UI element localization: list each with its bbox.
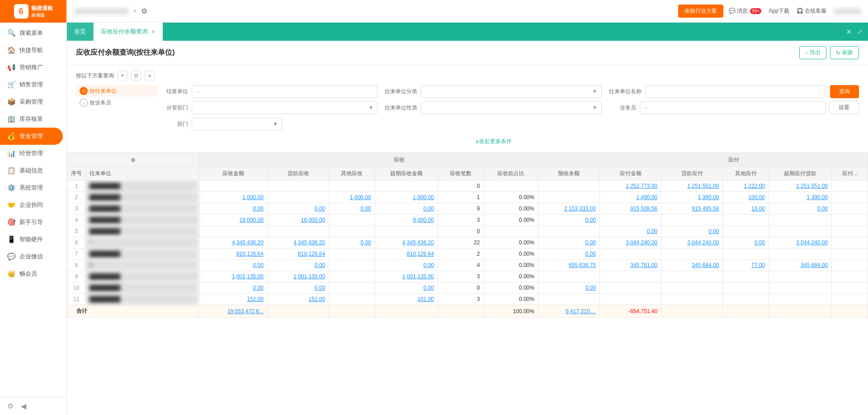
- logo-icon: 6: [14, 4, 28, 19]
- system-icon: ⚙️: [7, 184, 16, 192]
- th-group-no: ⚙: [67, 153, 199, 167]
- refresh-button[interactable]: ↻ 刷新: [830, 46, 859, 59]
- sidebar-item-nav[interactable]: 🏠 快捷导航: [0, 42, 66, 59]
- filter-body: ⊙ 按往来单位 ○ 按业务员 结算单位 ···: [76, 85, 859, 147]
- app-download-link[interactable]: App下载: [769, 7, 789, 15]
- field-dept-input[interactable]: ▼: [192, 101, 377, 114]
- scheme-by-unit[interactable]: ⊙ 按往来单位: [76, 85, 157, 97]
- footer-ap-other: [723, 305, 769, 318]
- sidebar-item-search[interactable]: 🔍 搜索菜单: [0, 24, 66, 42]
- footer-ar-other: [329, 305, 375, 318]
- table-row: 8P0.000.000.0040.00%655,636.75345,761.00…: [67, 260, 868, 271]
- setting-button[interactable]: 设置: [829, 101, 859, 114]
- filter-add-button[interactable]: +: [118, 71, 127, 81]
- footer-ar-prepay[interactable]: 6,417,215....: [538, 305, 599, 318]
- th-ar-other: 其他应收: [329, 167, 375, 181]
- field-dept: 分管部门 ▼: [161, 101, 377, 114]
- field-salesman-label: 业务员: [609, 104, 636, 112]
- field-department-label: 部门: [161, 120, 188, 128]
- message-icon[interactable]: 💬 消息 99+: [729, 7, 762, 15]
- breadcrumb-company: [74, 8, 128, 14]
- refresh-icon: ↻: [836, 50, 840, 56]
- table-footer-row: 合计 19,553,472,6... 100.00% 6,417,215....…: [67, 305, 868, 318]
- filter-area: 按以下方案查询 + ⊙ « ⊙ 按往来单位 ○ 按业务员: [67, 65, 868, 153]
- field-jiesuan: 结算单位 ···: [161, 85, 377, 98]
- footer-ar-amount[interactable]: 19,553,472,6...: [199, 305, 268, 318]
- th-ar-count: 应收笔数: [438, 167, 484, 181]
- sidebar-item-label: 智能硬件: [19, 235, 43, 243]
- filter-collapse-button[interactable]: «: [145, 71, 155, 81]
- sidebar-item-guide[interactable]: 🎯 新手引导: [0, 214, 66, 231]
- app-edition: 标准版: [31, 12, 53, 19]
- collapse-row[interactable]: ∧ 收起更多条件: [161, 136, 826, 147]
- field-jiesuan-label: 结算单位: [161, 88, 188, 95]
- gear-header-icon[interactable]: ⚙: [131, 157, 136, 163]
- sidebar: 6 畅捷通账 标准版 🔍 搜索菜单 🏠 快捷导航 📢 营销推广 🛒 销售管理 📦…: [0, 0, 67, 415]
- tab-bar: 首页 应收应付余额查询 × ✕ ⤢: [67, 23, 868, 41]
- user-avatar[interactable]: [834, 8, 861, 14]
- sidebar-item-hardware[interactable]: 📱 智能硬件: [0, 231, 66, 248]
- dept-dropdown-icon: ▼: [368, 105, 373, 111]
- filter-label: 按以下方案查询: [76, 72, 114, 80]
- tab-home[interactable]: 首页: [67, 23, 94, 41]
- gear-button[interactable]: ⚙: [141, 7, 147, 15]
- footer-ap-amount: -654,751.40: [600, 305, 661, 318]
- table-row: 10████████0.000.000.0000.00%0.00: [67, 282, 868, 294]
- sidebar-item-label: 库存核算: [19, 115, 43, 123]
- solution-button[interactable]: 体验行业方案: [678, 5, 723, 18]
- field-wanglai-name-input[interactable]: [645, 85, 826, 98]
- scheme-by-salesman[interactable]: ○ 按业务员: [76, 97, 157, 109]
- field-department-input[interactable]: ▼: [192, 118, 282, 130]
- export-button[interactable]: ↑ 导出: [799, 46, 826, 59]
- tab-query[interactable]: 应收应付余额查询 ×: [94, 23, 163, 41]
- footer-ar-ratio: 100.00%: [484, 305, 538, 318]
- sidebar-item-inventory[interactable]: 🏢 库存核算: [0, 110, 66, 128]
- tab-right-actions: ✕ ⤢: [840, 23, 868, 41]
- field-jiesuan-input[interactable]: ···: [192, 85, 377, 98]
- field-salesman: 业务员 ···: [609, 101, 826, 114]
- sidebar-item-label: 资金管理: [19, 132, 43, 140]
- sidebar-item-label: 系统管理: [19, 184, 43, 192]
- table-row: 4████████18,000.0018,000.009,000.0030.00…: [67, 215, 868, 226]
- sidebar-item-finance[interactable]: 💰 资金管理: [0, 128, 63, 145]
- query-button[interactable]: 查询: [830, 85, 859, 98]
- online-service-link[interactable]: 🎧 在线客服: [797, 7, 826, 15]
- sidebar-item-marketing[interactable]: 📢 营销推广: [0, 59, 66, 76]
- collapse-icon[interactable]: ◀: [21, 402, 26, 410]
- hardware-icon: 📱: [7, 235, 16, 243]
- sidebar-item-purchase[interactable]: 📦 采购管理: [0, 93, 66, 110]
- th-ar-amount: 应收金额: [199, 167, 268, 181]
- th-ap-overdue: 超期应付贷款: [769, 167, 832, 181]
- th-ap-loan: 贷款应付: [661, 167, 723, 181]
- sidebar-item-label: 销售管理: [19, 81, 43, 89]
- settings-icon[interactable]: ⚙: [7, 402, 14, 410]
- tab-close-icon[interactable]: ×: [151, 28, 155, 35]
- sidebar-item-sales[interactable]: 🛒 销售管理: [0, 76, 66, 93]
- tab-close-button[interactable]: ✕: [846, 28, 852, 36]
- sidebar-item-management[interactable]: 📊 经营管理: [0, 145, 66, 162]
- th-group-ar: 应收: [199, 153, 600, 167]
- filter-settings-button[interactable]: ⊙: [131, 71, 141, 81]
- table-row: 1████████01,252,773.001,251,551.001,222.…: [67, 181, 868, 192]
- field-nature-input[interactable]: ▼: [421, 101, 601, 114]
- sidebar-item-basic[interactable]: 📋 基础信息: [0, 162, 66, 179]
- sidebar-item-system[interactable]: ⚙️ 系统管理: [0, 179, 66, 196]
- purchase-icon: 📦: [7, 98, 16, 106]
- field-salesman-input[interactable]: ···: [640, 101, 826, 114]
- filter-fields: 结算单位 ··· 往来单位分类 ▼: [161, 85, 826, 147]
- collapse-icon: ∧: [475, 138, 479, 145]
- export-icon: ↑: [805, 50, 808, 56]
- finance-icon: 💰: [7, 132, 16, 140]
- tab-expand-button[interactable]: ⤢: [857, 28, 863, 35]
- scheme-inactive-icon: ○: [80, 99, 88, 107]
- field-wanglai-cat-input[interactable]: ▼: [421, 85, 601, 98]
- th-ap-amount: 应付金额: [600, 167, 661, 181]
- sidebar-item-label: 采购管理: [19, 98, 43, 106]
- sidebar-item-wechat[interactable]: 💬 企业微信: [0, 248, 66, 265]
- footer-ar-count: [438, 305, 484, 318]
- sidebar-item-enterprise[interactable]: 🤝 企业协同: [0, 196, 66, 214]
- sidebar-item-member[interactable]: 👑 畅会员: [0, 265, 66, 282]
- table-row: 9████████1,001,135.001,001,135.001,001,1…: [67, 271, 868, 282]
- filter-row-1: 结算单位 ··· 往来单位分类 ▼: [161, 85, 826, 98]
- app-name: 畅捷通账: [31, 5, 53, 12]
